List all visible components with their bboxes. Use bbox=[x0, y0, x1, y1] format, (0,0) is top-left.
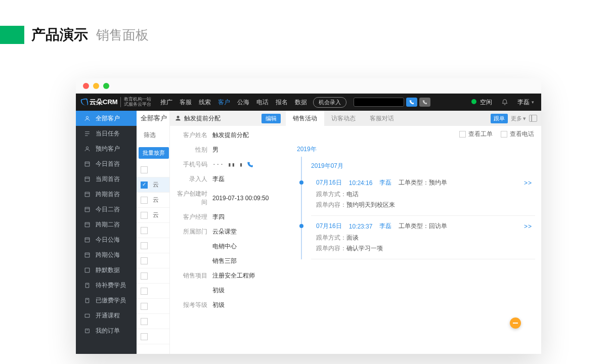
opportunity-button[interactable]: 机会录入 bbox=[313, 97, 346, 108]
entry-method: 跟单方式：面谈 bbox=[316, 234, 532, 242]
sidebar-item-4[interactable]: 当周首咨 bbox=[76, 171, 137, 187]
page-subtitle: 销售面板 bbox=[96, 26, 149, 44]
sidebar-item-12[interactable]: 已缴费学员 bbox=[76, 293, 137, 308]
activity-tab-0[interactable]: 销售活动 bbox=[286, 111, 324, 126]
phone-search-button[interactable] bbox=[406, 98, 417, 107]
detail-field-label: 性别 bbox=[176, 146, 207, 154]
sidebar-item-6[interactable]: 今日二咨 bbox=[76, 202, 137, 217]
detail-field: 客户经理李四 bbox=[176, 213, 280, 221]
sidebar-item-label: 当周首咨 bbox=[96, 175, 120, 184]
detail-body: 客户姓名触发提前分配性别男手机号码··· ▮▮ ▮录入人李磊客户创建时间2019… bbox=[170, 126, 286, 321]
row-checkbox[interactable] bbox=[141, 318, 148, 325]
row-checkbox[interactable] bbox=[141, 333, 148, 340]
row-checkbox[interactable] bbox=[141, 288, 148, 295]
filter-label[interactable]: 筛选 bbox=[137, 126, 169, 144]
row-checkbox[interactable] bbox=[141, 197, 148, 204]
detail-field: 客户姓名触发提前分配 bbox=[176, 131, 280, 140]
entry-content: 跟单内容：预约明天到校区来 bbox=[316, 201, 532, 209]
row-label: 云 bbox=[153, 211, 159, 219]
notification-bell-icon[interactable] bbox=[501, 99, 508, 106]
row-checkbox[interactable] bbox=[141, 227, 148, 234]
sidebar-item-8[interactable]: 今日公海 bbox=[76, 232, 137, 247]
sidebar-icon bbox=[84, 161, 91, 167]
detail-field-value: 销售三部 bbox=[212, 257, 237, 265]
sidebar-item-1[interactable]: 当日任务 bbox=[76, 126, 137, 141]
sidebar-item-2[interactable]: 预约客户 bbox=[76, 141, 137, 156]
call-phone-icon[interactable] bbox=[246, 161, 253, 168]
sidebar-item-label: 待补费学员 bbox=[96, 281, 126, 290]
table-row[interactable]: 云 bbox=[137, 177, 169, 193]
timeline: 2019年 2019年07月 07月16日10:24:16李磊工单类型：预约单>… bbox=[286, 142, 541, 259]
table-row[interactable] bbox=[137, 314, 169, 329]
sidebar-item-0[interactable]: 全部客户 bbox=[76, 111, 137, 126]
search-input[interactable] bbox=[354, 98, 404, 107]
detail-field: 客户创建时间2019-07-13 00:09:50 bbox=[176, 190, 280, 207]
sidebar-item-9[interactable]: 跨期公海 bbox=[76, 247, 137, 262]
page-title: 产品演示 bbox=[31, 25, 88, 44]
user-menu[interactable]: 李磊 ▾ bbox=[517, 98, 536, 107]
sidebar-item-3[interactable]: 今日首咨 bbox=[76, 156, 137, 171]
row-checkbox[interactable] bbox=[141, 212, 148, 219]
nav-item-5[interactable]: 电话 bbox=[256, 98, 269, 107]
status-indicator[interactable]: 空闲 bbox=[471, 98, 492, 107]
expand-entry-button[interactable]: >> bbox=[524, 179, 532, 187]
sidebar-icon bbox=[84, 191, 91, 198]
table-row[interactable] bbox=[137, 284, 169, 299]
table-row[interactable] bbox=[137, 223, 169, 238]
sidebar-item-label: 开通课程 bbox=[96, 311, 120, 320]
entry-person: 李磊 bbox=[379, 222, 391, 231]
bulk-abandon-button[interactable]: 批量放弃 bbox=[139, 147, 169, 159]
table-row[interactable] bbox=[137, 268, 169, 284]
nav-item-3[interactable]: 客户 bbox=[218, 98, 230, 107]
nav-item-0[interactable]: 推广 bbox=[160, 98, 172, 107]
sidebar-item-7[interactable]: 跨期二咨 bbox=[76, 217, 137, 232]
table-row[interactable] bbox=[137, 253, 169, 268]
detail-field: 销售项目注册安全工程师 bbox=[176, 271, 280, 280]
alt-phone-button[interactable] bbox=[419, 98, 430, 107]
nav-item-7[interactable]: 数据 bbox=[295, 98, 307, 107]
phone-icon bbox=[422, 100, 427, 105]
nav-item-1[interactable]: 客服 bbox=[180, 98, 192, 107]
table-row[interactable] bbox=[137, 299, 169, 314]
window-close-dot[interactable] bbox=[83, 83, 89, 89]
table-row[interactable] bbox=[137, 238, 169, 253]
logo: 云朵CRM 教育机构一站 式服务云平台 bbox=[81, 97, 156, 107]
followup-button[interactable]: 跟单 bbox=[491, 114, 508, 123]
sidebar-item-13[interactable]: 开通课程 bbox=[76, 308, 137, 323]
activity-tab-1[interactable]: 访客动态 bbox=[324, 111, 363, 126]
nav-item-6[interactable]: 报名 bbox=[276, 98, 288, 107]
sidebar-item-10[interactable]: 静默数据 bbox=[76, 262, 137, 278]
select-all-checkbox[interactable] bbox=[141, 166, 148, 173]
entry-time: 10:23:37 bbox=[349, 223, 373, 230]
window-minimize-dot[interactable] bbox=[93, 83, 99, 89]
row-checkbox[interactable] bbox=[141, 272, 148, 280]
sidebar-item-11[interactable]: 待补费学员 bbox=[76, 278, 137, 293]
nav-item-2[interactable]: 线索 bbox=[199, 98, 211, 107]
panel-layout-icon[interactable] bbox=[529, 115, 537, 122]
table-row[interactable]: 云 bbox=[137, 208, 169, 223]
filter-checkbox-0[interactable]: 查看工单 bbox=[459, 130, 493, 139]
detail-field-label: 客户经理 bbox=[176, 213, 207, 221]
table-row[interactable] bbox=[137, 329, 169, 344]
window-maximize-dot[interactable] bbox=[103, 83, 109, 89]
floating-action-button[interactable] bbox=[510, 317, 521, 329]
sidebar-item-14[interactable]: 我的订单 bbox=[76, 323, 137, 338]
more-button[interactable]: 更多 ▾ bbox=[511, 115, 526, 122]
row-checkbox[interactable] bbox=[141, 181, 148, 189]
sidebar-item-5[interactable]: 跨期首咨 bbox=[76, 187, 137, 202]
nav-item-4[interactable]: 公海 bbox=[237, 98, 249, 107]
sidebar-item-label: 今日二咨 bbox=[96, 205, 120, 214]
table-row[interactable]: 云 bbox=[137, 193, 169, 208]
expand-entry-button[interactable]: >> bbox=[524, 223, 532, 230]
activity-panel: 销售活动访客动态客服对话 跟单 更多 ▾ 查看工单查看电话 2019年 2019… bbox=[286, 111, 541, 354]
sidebar-icon bbox=[84, 267, 91, 274]
logo-caption: 教育机构一站 式服务云平台 bbox=[120, 97, 151, 107]
row-checkbox[interactable] bbox=[141, 257, 148, 264]
activity-tab-2[interactable]: 客服对话 bbox=[363, 111, 401, 126]
row-checkbox[interactable] bbox=[141, 303, 148, 310]
row-checkbox[interactable] bbox=[141, 242, 148, 249]
timeline-entry-header: 07月16日10:23:37李磊工单类型：回访单>> bbox=[316, 222, 532, 231]
filter-checkbox-1[interactable]: 查看电话 bbox=[501, 130, 534, 139]
detail-field-value: 电销中心 bbox=[212, 242, 237, 251]
edit-button[interactable]: 编辑 bbox=[261, 114, 281, 123]
